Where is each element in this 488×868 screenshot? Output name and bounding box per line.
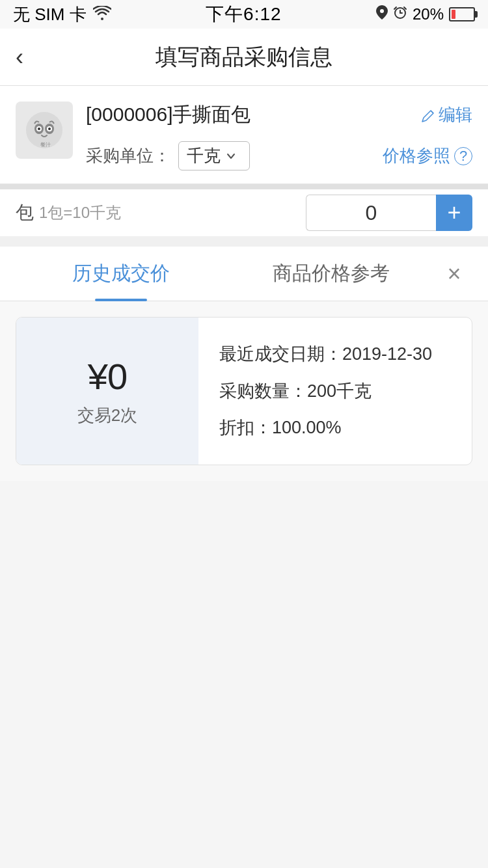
alarm-icon xyxy=(393,5,407,23)
price-detail-date: 最近成交日期：2019-12-30 xyxy=(219,341,451,368)
chevron-down-icon xyxy=(226,151,236,161)
svg-point-10 xyxy=(48,128,51,130)
status-bar: 无 SIM 卡 下午6:12 20 xyxy=(0,0,488,29)
battery-percent: 20% xyxy=(413,5,444,23)
tabs-container: 历史成交价 商品价格参考 × xyxy=(0,247,488,301)
svg-point-9 xyxy=(38,128,40,130)
quantity-sub-label: 1包=10千克 xyxy=(39,202,306,223)
unit-label: 采购单位： xyxy=(86,144,170,167)
price-card: ¥0 交易2次 最近成交日期：2019-12-30 采购数量：200千克 折扣：… xyxy=(16,317,472,465)
svg-point-0 xyxy=(380,9,384,13)
price-transactions: 交易2次 xyxy=(77,404,137,427)
price-right-panel: 最近成交日期：2019-12-30 采购数量：200千克 折扣：100.00% xyxy=(198,318,472,465)
price-value: ¥0 xyxy=(88,355,127,398)
product-header: 餐汁 [0000006]手撕面包 编辑 采购单位： 千克 xyxy=(16,102,472,170)
edit-button[interactable]: 编辑 xyxy=(422,103,472,126)
nav-bar: ‹ 填写商品采购信息 xyxy=(0,29,488,86)
status-right: 20% xyxy=(376,5,475,23)
battery-fill xyxy=(452,10,455,19)
price-left-panel: ¥0 交易2次 xyxy=(16,318,198,465)
quantity-row: 包 1包=10千克 + xyxy=(0,189,488,241)
product-name-row: [0000006]手撕面包 编辑 xyxy=(86,102,472,128)
section-divider xyxy=(0,184,488,189)
product-unit-row: 采购单位： 千克 价格参照 ? xyxy=(86,141,472,170)
tab-product-price-ref[interactable]: 商品价格参考 xyxy=(226,247,436,301)
history-content: ¥0 交易2次 最近成交日期：2019-12-30 采购数量：200千克 折扣：… xyxy=(0,301,488,481)
product-logo: 餐汁 xyxy=(25,111,64,150)
product-thumbnail: 餐汁 xyxy=(16,102,73,159)
price-detail-quantity: 采购数量：200千克 xyxy=(219,378,451,405)
quantity-input-area: + xyxy=(306,195,472,231)
product-name: [0000006]手撕面包 xyxy=(86,102,251,128)
price-detail-discount: 折扣：100.00% xyxy=(219,414,451,441)
unit-section: 采购单位： 千克 xyxy=(86,141,250,170)
battery-icon xyxy=(449,7,475,21)
svg-text:餐汁: 餐汁 xyxy=(40,142,51,148)
help-icon: ? xyxy=(454,147,472,165)
back-button[interactable]: ‹ xyxy=(16,44,55,71)
tab-history-price[interactable]: 历史成交价 xyxy=(16,247,226,301)
tabs-close-button[interactable]: × xyxy=(436,256,472,292)
status-left: 无 SIM 卡 xyxy=(13,3,111,26)
carrier-text: 无 SIM 卡 xyxy=(13,3,87,26)
unit-select[interactable]: 千克 xyxy=(178,141,250,170)
quantity-unit-label: 包 xyxy=(16,200,34,225)
quantity-plus-button[interactable]: + xyxy=(436,195,472,231)
page-title: 填写商品采购信息 xyxy=(156,42,332,72)
edit-icon xyxy=(422,108,436,122)
price-ref-button[interactable]: 价格参照 ? xyxy=(383,144,472,167)
product-info: [0000006]手撕面包 编辑 采购单位： 千克 xyxy=(86,102,472,170)
wifi-icon xyxy=(93,5,111,25)
product-card: 餐汁 [0000006]手撕面包 编辑 采购单位： 千克 xyxy=(0,86,488,184)
location-icon xyxy=(376,5,388,23)
quantity-input[interactable] xyxy=(306,195,436,231)
status-time: 下午6:12 xyxy=(206,2,282,27)
